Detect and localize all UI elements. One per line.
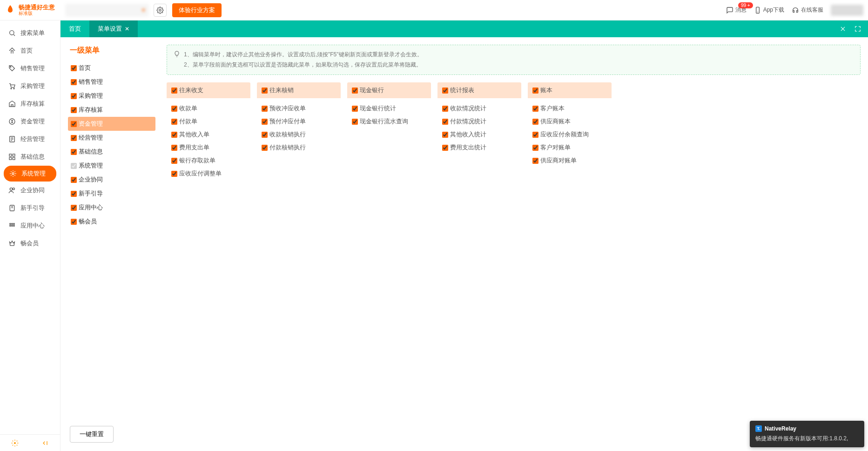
card-row[interactable]: 付款核销执行 (259, 141, 339, 154)
l1-checkbox[interactable] (71, 205, 77, 211)
update-toast[interactable]: T. NativeRelay 畅捷通硬件服务有新版本可用:1.8.0.2, (750, 421, 864, 447)
l1-item-1[interactable]: 销售管理 (68, 75, 155, 89)
card-row[interactable]: 其他收入单 (168, 128, 249, 141)
l1-item-2[interactable]: 采购管理 (68, 89, 155, 103)
tab-1[interactable]: 菜单设置✕ (89, 20, 138, 37)
l1-checkbox[interactable] (71, 219, 77, 225)
fullscreen-icon[interactable] (852, 23, 863, 34)
nav-item-2[interactable]: 销售管理 (0, 60, 60, 77)
card-row[interactable]: 收款核销执行 (259, 128, 339, 141)
card-checkbox[interactable] (171, 145, 177, 151)
l1-item-6[interactable]: 基础信息 (68, 145, 155, 159)
card-checkbox[interactable] (532, 106, 538, 112)
l1-checkbox[interactable] (71, 135, 77, 141)
card-row[interactable]: 供应商对账单 (530, 154, 610, 167)
settings-icon-button[interactable] (154, 4, 167, 17)
card-checkbox[interactable] (352, 106, 358, 112)
card-row[interactable]: 客户对账单 (530, 141, 610, 154)
l1-item-0[interactable]: 首页 (68, 61, 155, 75)
nav-item-4[interactable]: 库存核算 (0, 95, 60, 113)
card-checkbox[interactable] (171, 132, 177, 138)
card-checkbox[interactable] (262, 106, 268, 112)
card-checkbox[interactable] (442, 132, 448, 138)
reset-button[interactable]: 一键重置 (70, 426, 114, 443)
l1-checkbox[interactable] (71, 93, 77, 99)
nav-item-9[interactable]: 企业协同 (0, 182, 60, 199)
card-header[interactable]: 往来收支 (167, 82, 250, 98)
card-row[interactable]: 预付冲应付单 (259, 115, 339, 128)
l1-item-11[interactable]: 畅会员 (68, 215, 155, 229)
card-row[interactable]: 收款单 (168, 102, 249, 115)
l1-item-3[interactable]: 库存核算 (68, 103, 155, 117)
card-row[interactable]: 应收应付余额查询 (530, 128, 610, 141)
nav-collapse-icon[interactable] (41, 439, 49, 447)
support-button[interactable]: 在线客服 (792, 6, 823, 14)
card-checkbox[interactable] (532, 132, 538, 138)
l1-checkbox[interactable] (71, 177, 77, 183)
card-checkbox[interactable] (171, 171, 177, 177)
card-checkbox[interactable] (442, 119, 448, 125)
tab-close-icon[interactable]: ✕ (125, 26, 129, 32)
messages-button[interactable]: 消息 99 + (726, 6, 747, 14)
card-checkbox[interactable] (532, 119, 538, 125)
nav-item-3[interactable]: 采购管理 (0, 77, 60, 95)
l1-checkbox[interactable] (71, 149, 77, 155)
card-header[interactable]: 统计报表 (437, 82, 521, 98)
nav-settings-icon[interactable] (11, 439, 19, 447)
nav-item-5[interactable]: 资金管理 (0, 113, 60, 130)
card-checkbox[interactable] (532, 145, 538, 151)
card-row[interactable]: 费用支出统计 (439, 141, 519, 154)
l1-item-5[interactable]: 经营管理 (68, 131, 155, 145)
l1-item-4[interactable]: 资金管理 (68, 117, 155, 131)
l1-checkbox[interactable] (71, 79, 77, 85)
nav-item-10[interactable]: 新手引导 (0, 199, 60, 217)
nav-item-0[interactable]: 搜索菜单 (0, 24, 60, 42)
user-avatar[interactable] (831, 5, 863, 16)
l1-item-9[interactable]: 新手引导 (68, 187, 155, 201)
card-header[interactable]: 现金银行 (347, 82, 431, 98)
card-row[interactable]: 客户账本 (530, 102, 610, 115)
card-checkbox[interactable] (442, 106, 448, 112)
l1-checkbox[interactable] (71, 121, 77, 127)
card-row[interactable]: 应收应付调整单 (168, 167, 249, 180)
card-checkbox[interactable] (171, 158, 177, 164)
card-row[interactable]: 供应商账本 (530, 115, 610, 128)
promo-button[interactable]: 体验行业方案 (172, 3, 222, 17)
l1-checkbox[interactable] (71, 65, 77, 71)
card-row[interactable]: 其他收入统计 (439, 128, 519, 141)
card-row[interactable]: 现金银行统计 (349, 102, 429, 115)
l1-checkbox[interactable] (71, 191, 77, 197)
card-header-checkbox[interactable] (352, 88, 358, 94)
card-header-checkbox[interactable] (171, 88, 177, 94)
card-row[interactable]: 现金银行流水查询 (349, 115, 429, 128)
nav-item-8[interactable]: 系统管理 (4, 166, 56, 182)
card-row[interactable]: 预收冲应收单 (259, 102, 339, 115)
card-header-checkbox[interactable] (262, 88, 268, 94)
l1-item-7[interactable]: 系统管理 (68, 159, 155, 173)
app-download-button[interactable]: App下载 (754, 6, 784, 14)
card-row[interactable]: 付款情况统计 (439, 115, 519, 128)
card-checkbox[interactable] (262, 119, 268, 125)
card-checkbox[interactable] (532, 158, 538, 164)
card-checkbox[interactable] (171, 119, 177, 125)
card-header-checkbox[interactable] (532, 88, 538, 94)
nav-item-12[interactable]: 畅会员 (0, 235, 60, 252)
card-checkbox[interactable] (352, 119, 358, 125)
card-checkbox[interactable] (262, 132, 268, 138)
nav-item-11[interactable]: 应用中心 (0, 217, 60, 235)
l1-item-8[interactable]: 企业协同 (68, 173, 155, 187)
card-header-checkbox[interactable] (442, 88, 448, 94)
nav-item-7[interactable]: 基础信息 (0, 148, 60, 166)
l1-item-10[interactable]: 应用中心 (68, 201, 155, 215)
tab-close-all-icon[interactable] (837, 23, 848, 34)
card-row[interactable]: 费用支出单 (168, 141, 249, 154)
card-row[interactable]: 收款情况统计 (439, 102, 519, 115)
card-checkbox[interactable] (171, 106, 177, 112)
org-selector[interactable]: ▾ (65, 4, 149, 17)
card-row[interactable]: 付款单 (168, 115, 249, 128)
tab-0[interactable]: 首页 (61, 20, 89, 37)
card-row[interactable]: 银行存取款单 (168, 154, 249, 167)
l1-checkbox[interactable] (71, 163, 77, 169)
nav-item-1[interactable]: 首页 (0, 42, 60, 60)
card-checkbox[interactable] (262, 145, 268, 151)
